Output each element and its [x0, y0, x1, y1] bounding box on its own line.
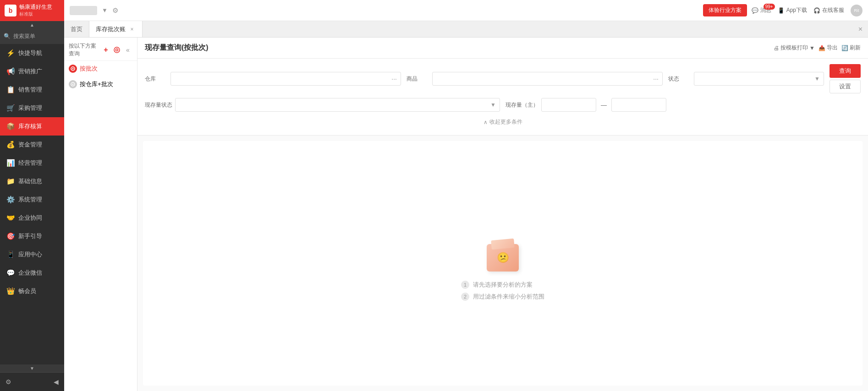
- sidebar-label: 销售管理: [18, 86, 42, 94]
- query-button[interactable]: 查询: [830, 64, 861, 78]
- warehouse-label: 仓库: [145, 75, 168, 83]
- content-area: 按以下方案查询 + « 按批次: [64, 38, 868, 391]
- collapse-label: 收起更多条件: [489, 118, 522, 126]
- sidebar-search[interactable]: 🔍 搜索菜单: [0, 29, 64, 44]
- app-download-action[interactable]: 📱 App下载: [778, 6, 807, 14]
- warehouse-more-icon: ···: [391, 75, 397, 82]
- print-chevron: ▼: [809, 45, 815, 51]
- scheme-collapse-btn[interactable]: «: [123, 45, 132, 54]
- tip-text-2: 用过滤条件来缩小分析范围: [473, 293, 544, 301]
- print-icon: 🖨: [774, 45, 779, 51]
- status-select[interactable]: ▼: [694, 72, 824, 86]
- sidebar-item-basic[interactable]: 📁 基础信息: [0, 172, 64, 190]
- scroll-down-arrow[interactable]: ▼: [0, 364, 64, 372]
- refresh-btn[interactable]: 🔄 刷新: [841, 44, 861, 52]
- scheme-icon-batch: [69, 65, 77, 73]
- sidebar-label: 企业微信: [18, 269, 42, 277]
- quick-nav-icon: ⚡: [6, 49, 15, 57]
- sidebar-label: 采购管理: [18, 104, 42, 112]
- sidebar-label: 企业协同: [18, 214, 42, 222]
- sidebar-item-sales[interactable]: 📋 销售管理: [0, 81, 64, 99]
- sidebar-item-operations[interactable]: 📊 经营管理: [0, 154, 64, 172]
- product-input[interactable]: ···: [432, 72, 663, 86]
- sidebar-item-inventory[interactable]: 📦 库存核算: [0, 117, 64, 136]
- tab-home[interactable]: 首页: [64, 21, 89, 37]
- product-field: 商品 ···: [407, 72, 663, 86]
- user-avatar-action[interactable]: Rit: [851, 5, 863, 16]
- stock-status-field: 现存量状态 ▼: [145, 98, 500, 112]
- avatar: Rit: [851, 5, 863, 16]
- empty-char: 😕: [497, 252, 509, 264]
- message-icon: 💬: [752, 7, 758, 14]
- svg-point-1: [116, 49, 118, 51]
- tab-inventory-batch[interactable]: 库存批次账 ×: [89, 21, 143, 37]
- sidebar-nav: ⚡ 快捷导航 📢 营销推广 📋 销售管理 🛒 采购管理 📦 库存核算 💰 资金管…: [0, 44, 64, 364]
- sidebar-item-guide[interactable]: 🎯 新手引导: [0, 227, 64, 245]
- topbar: ▼ ⚙ 体验行业方案 💬 消息 99+ 📱 App下载 🎧 在线客服 Rit: [64, 0, 868, 21]
- chevron-down-icon[interactable]: ▼: [102, 7, 108, 14]
- app-name-block: 畅康通好生意 标准版: [19, 4, 52, 17]
- tabbar: 首页 库存批次账 × ×: [64, 21, 868, 38]
- sidebar-item-marketing[interactable]: 📢 营销推广: [0, 62, 64, 81]
- sidebar-item-wechat[interactable]: 💬 企业微信: [0, 264, 64, 282]
- scheme-header-actions: + «: [101, 45, 132, 54]
- finance-icon: 💰: [6, 141, 15, 149]
- sidebar-item-enterprise[interactable]: 🤝 企业协同: [0, 209, 64, 227]
- operations-icon: 📊: [6, 159, 15, 167]
- messages-badge: 99+: [764, 4, 775, 10]
- sidebar-item-member[interactable]: 👑 畅会员: [0, 282, 64, 300]
- guide-icon: 🎯: [6, 232, 15, 240]
- panel-close-btn[interactable]: ×: [853, 25, 868, 33]
- stock-main-min[interactable]: [541, 98, 596, 112]
- scheme-header: 按以下方案查询 + «: [64, 38, 137, 61]
- scheme-item-by-batch[interactable]: 按批次: [64, 61, 137, 76]
- gear-icon[interactable]: ⚙: [112, 6, 118, 15]
- wechat-icon: 💬: [6, 269, 15, 277]
- sidebar-item-system[interactable]: ⚙️ 系统管理: [0, 190, 64, 209]
- sidebar-label: 经营管理: [18, 159, 42, 167]
- sidebar-collapse-btn[interactable]: ◀: [52, 376, 60, 387]
- scheme-header-label: 按以下方案查询: [69, 42, 101, 58]
- scroll-up-arrow[interactable]: ▲: [0, 21, 64, 29]
- export-icon: 📤: [819, 45, 825, 51]
- collapse-more-btn[interactable]: ∧ 收起更多条件: [145, 116, 861, 130]
- tip-num-1: 1: [461, 281, 469, 289]
- sidebar: b 畅康通好生意 标准版 ▲ 🔍 搜索菜单 ⚡ 快捷导航 📢 营销推广 📋 销售…: [0, 0, 64, 391]
- messages-action[interactable]: 💬 消息 99+: [752, 6, 771, 14]
- print-btn[interactable]: 🖨 按模板打印 ▼: [774, 44, 815, 52]
- scheme-settings-btn[interactable]: [112, 45, 121, 54]
- status-label: 状态: [668, 75, 691, 83]
- empty-box: 😕: [487, 244, 519, 272]
- empty-tip-2: 2 用过滤条件来缩小分析范围: [461, 293, 544, 301]
- scheme-item-by-warehouse-batch[interactable]: 按仓库+批次: [64, 76, 137, 92]
- sidebar-item-purchase[interactable]: 🛒 采购管理: [0, 99, 64, 117]
- tip-text-1: 请先选择要分析的方案: [473, 281, 533, 289]
- product-more-icon: ···: [653, 75, 659, 82]
- filter-row-2: 现存量状态 ▼ 现存量（主） —: [145, 98, 861, 112]
- scheme-icon-warehouse: [69, 80, 77, 88]
- tab-close-btn[interactable]: ×: [128, 26, 136, 33]
- sidebar-label: 应用中心: [18, 250, 42, 259]
- page-header: 现存量查询(按批次) 🖨 按模板打印 ▼ 📤 导出 🔄 刷新: [137, 38, 868, 59]
- sidebar-item-quick-nav[interactable]: ⚡ 快捷导航: [0, 44, 64, 62]
- purchase-icon: 🛒: [6, 104, 15, 112]
- scheme-add-btn[interactable]: +: [101, 45, 110, 54]
- sidebar-settings-btn[interactable]: ⚙: [4, 376, 13, 387]
- sidebar-item-apps[interactable]: 📱 应用中心: [0, 245, 64, 264]
- app-logo: b: [5, 5, 16, 16]
- settings-button[interactable]: 设置: [830, 80, 861, 93]
- warehouse-input[interactable]: ···: [170, 72, 401, 86]
- product-label: 商品: [407, 75, 429, 83]
- stock-main-max[interactable]: [611, 98, 666, 112]
- online-service-action[interactable]: 🎧 在线客服: [813, 6, 844, 14]
- stock-separator: —: [599, 102, 609, 109]
- stock-main-label: 现存量（主）: [505, 101, 538, 109]
- svg-point-0: [114, 47, 120, 53]
- empty-state: 😕 1 请先选择要分析的方案 2 用过滤条件来缩小分析范围: [143, 141, 863, 386]
- sidebar-item-finance[interactable]: 💰 资金管理: [0, 136, 64, 154]
- experience-btn[interactable]: 体验行业方案: [703, 4, 747, 16]
- empty-illustration: 😕: [480, 226, 526, 272]
- stock-status-select[interactable]: ▼: [175, 98, 500, 112]
- page-title: 现存量查询(按批次): [145, 43, 209, 58]
- export-btn[interactable]: 📤 导出: [819, 44, 838, 52]
